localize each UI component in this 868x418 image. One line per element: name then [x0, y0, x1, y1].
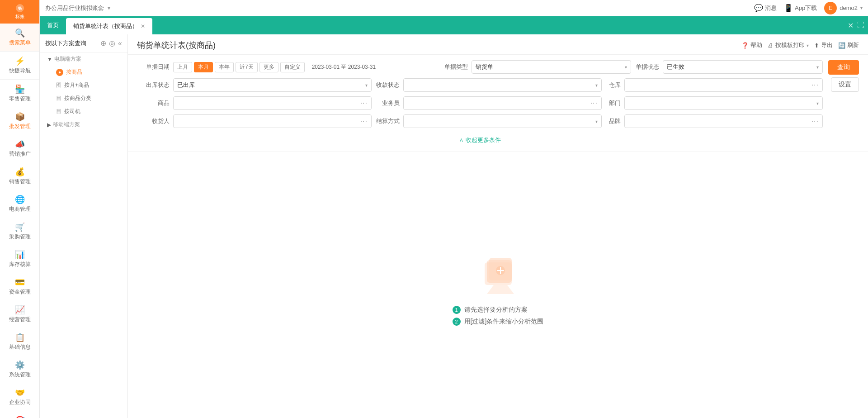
- salesperson-control: ···: [403, 96, 602, 110]
- tab-sales-stat[interactable]: 销货单统计表（按商品） ✕: [66, 18, 152, 34]
- tabbar-expand-icon[interactable]: ⛶: [857, 21, 864, 29]
- tip-text-2: 用[过滤]条件来缩小分析范围: [464, 318, 544, 326]
- sidebar-item-search-menu[interactable]: 🔍 搜索菜单: [0, 24, 39, 52]
- tree-item-by-month-product[interactable]: 图 按月+商品: [40, 79, 127, 92]
- settlement-arrow: ▾: [595, 119, 598, 124]
- date-btn-last-month[interactable]: 上月: [173, 62, 192, 72]
- user-dropdown-arrow: ▾: [860, 5, 863, 10]
- settlement-input[interactable]: ▾: [403, 114, 602, 128]
- dept-control: ▾: [624, 96, 823, 110]
- salesperson-input[interactable]: ···: [403, 96, 602, 110]
- page-header: 销货单统计表(按商品) ❓ 帮助 🖨 按模板打印 ▾ ⬆ 导出: [128, 34, 868, 55]
- message-btn[interactable]: 💬 消息: [754, 4, 777, 12]
- sidebar-item-wholesale[interactable]: 📦 批发管理: [0, 107, 39, 135]
- filter-row-4: 收货人 ··· 结算方式 ▾: [137, 114, 823, 128]
- refresh-btn[interactable]: 🔄 刷新: [838, 41, 859, 49]
- date-btn-this-year[interactable]: 本年: [215, 62, 234, 72]
- product-input[interactable]: ···: [173, 96, 372, 110]
- sidebar-item-finance[interactable]: 💳 资金管理: [0, 273, 39, 300]
- filter-fields: 单据日期 上月 本月 本年 近7天 更多 自定义 20: [137, 60, 823, 146]
- sidebar-item-enterprise[interactable]: 🤝 企业协同: [0, 383, 39, 411]
- sidebar-item-inventory[interactable]: 📊 库存核算: [0, 245, 39, 273]
- app-download-btn[interactable]: 📱 App下载: [784, 4, 817, 12]
- template-print-btn[interactable]: 🖨 按模板打印 ▾: [768, 41, 809, 49]
- export-btn[interactable]: ⬆ 导出: [814, 41, 833, 49]
- sidebar-item-retail[interactable]: 🏪 零售管理: [0, 80, 39, 107]
- sidebar-item-quick-nav[interactable]: ⚡ 快捷导航: [0, 52, 39, 80]
- payment-input[interactable]: ▾: [403, 78, 602, 92]
- tabbar-close-icon[interactable]: ✕: [848, 21, 854, 30]
- tab-close-icon[interactable]: ✕: [141, 23, 145, 29]
- sidebar-item-label-ecommerce: 电商管理: [9, 205, 31, 213]
- warehouse-out-value: 已出库: [177, 81, 195, 89]
- help-btn[interactable]: ❓ 帮助: [741, 41, 762, 49]
- filter-row-3: 商品 ··· 业务员 ···: [137, 96, 823, 110]
- recipient-dots: ···: [360, 117, 368, 125]
- sidebar-item-newbie[interactable]: 🎯 新手引导: [0, 411, 39, 418]
- status-input[interactable]: 已生效 ▾: [663, 60, 823, 74]
- recipient-input[interactable]: ···: [173, 114, 372, 128]
- tabbar-controls: ✕ ⛶: [844, 16, 868, 34]
- date-btn-more[interactable]: 更多: [259, 62, 278, 72]
- app-download-icon: 📱: [784, 4, 793, 12]
- sidebar-item-label-retail: 零售管理: [9, 95, 31, 103]
- collapse-panel-icon[interactable]: «: [118, 39, 122, 48]
- payment-arrow: ▾: [595, 83, 598, 88]
- tree-item-by-sku[interactable]: 目 按司机: [40, 105, 127, 118]
- user-info[interactable]: E demo2 ▾: [824, 2, 863, 14]
- by-product-category-label: 按商品分类: [64, 95, 91, 102]
- salesperson-dots: ···: [590, 99, 598, 107]
- tree-group-mobile-label: 移动端方案: [53, 121, 80, 128]
- topbar-dropdown-arrow[interactable]: ▾: [108, 5, 110, 11]
- export-label: 导出: [821, 41, 833, 49]
- type-label: 单据类型: [440, 63, 472, 71]
- sidebar-item-sales[interactable]: 💰 销售管理: [0, 162, 39, 190]
- query-button[interactable]: 查询: [828, 60, 859, 75]
- left-panel: 按以下方案查询 ⊕ ◎ « ▼ 电脑端方案 ● 按商品 图 按月+商品 目: [40, 34, 128, 418]
- settings-plan-icon[interactable]: ◎: [109, 39, 115, 48]
- settings-button[interactable]: 设置: [831, 77, 859, 92]
- purchase-icon: 🛒: [15, 222, 25, 232]
- print-dropdown-arrow: ▾: [807, 43, 809, 48]
- marketing-icon: 📣: [15, 139, 25, 149]
- empty-tips: 1 请先选择要分析的方案 2 用[过滤]条件来缩小分析范围: [453, 306, 544, 326]
- payment-control: ▾: [403, 78, 602, 92]
- sidebar-item-basic[interactable]: 📋 基础信息: [0, 328, 39, 356]
- warehouse-out-input[interactable]: 已出库 ▾: [173, 78, 372, 92]
- tab-home[interactable]: 首页: [40, 16, 66, 34]
- sidebar-item-system[interactable]: ⚙️ 系统管理: [0, 356, 39, 383]
- date-btn-custom[interactable]: 自定义: [280, 62, 305, 72]
- tree-item-by-product[interactable]: ● 按商品: [40, 66, 127, 79]
- sidebar-item-marketing[interactable]: 📣 营销推广: [0, 135, 39, 162]
- template-print-label: 按模板打印: [775, 41, 805, 49]
- tree-item-by-product-category[interactable]: 目 按商品分类: [40, 92, 127, 105]
- sidebar-item-purchase[interactable]: 🛒 采购管理: [0, 218, 39, 245]
- type-dropdown-arrow: ▾: [625, 65, 627, 70]
- help-icon: ❓: [741, 42, 749, 49]
- filter-area: 单据日期 上月 本月 本年 近7天 更多 自定义 20: [128, 55, 868, 152]
- tree-group-mobile: ▶ 移动端方案: [40, 118, 127, 131]
- add-plan-icon[interactable]: ⊕: [100, 39, 106, 48]
- date-btn-this-month[interactable]: 本月: [194, 62, 213, 72]
- settlement-label: 结算方式: [372, 117, 403, 125]
- type-input[interactable]: 销货单 ▾: [472, 60, 632, 74]
- date-btn-7days[interactable]: 近7天: [236, 62, 258, 72]
- sales-icon: 💰: [15, 167, 25, 177]
- status-value: 已生效: [667, 63, 684, 71]
- refresh-label: 刷新: [847, 41, 859, 49]
- brand-input[interactable]: ···: [624, 114, 823, 128]
- type-control[interactable]: 销货单 ▾: [472, 60, 632, 74]
- dept-input[interactable]: ▾: [624, 96, 823, 110]
- warehouse-input[interactable]: ···: [624, 78, 823, 92]
- search-menu-icon: 🔍: [15, 28, 25, 38]
- sidebar-item-ecommerce[interactable]: 🌐 电商管理: [0, 190, 39, 218]
- warehouse-out-arrow: ▾: [365, 83, 368, 88]
- avatar: E: [824, 2, 837, 14]
- dept-arrow: ▾: [816, 101, 819, 106]
- empty-tip-2: 2 用[过滤]条件来缩小分析范围: [453, 318, 544, 326]
- filter-row-2: 出库状态 已出库 ▾ 收款状态: [137, 78, 823, 92]
- sidebar-item-operations[interactable]: 📈 经营管理: [0, 300, 39, 328]
- brand-control: ···: [624, 114, 823, 128]
- content: 按以下方案查询 ⊕ ◎ « ▼ 电脑端方案 ● 按商品 图 按月+商品 目: [40, 34, 868, 418]
- collapse-btn[interactable]: ∧ 收起更多条件: [137, 133, 823, 146]
